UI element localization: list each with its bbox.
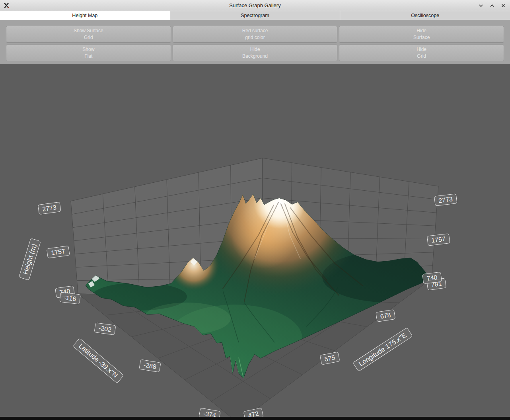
hide-surface-button[interactable]: Hide Surface — [339, 26, 504, 43]
close-button[interactable] — [499, 2, 508, 10]
window-controls — [477, 0, 508, 11]
button-label: Show Surface — [6, 27, 171, 34]
close-icon — [500, 3, 506, 8]
tab-bar: Height Map Spectrogram Oscilloscope — [0, 11, 510, 20]
show-flat-button[interactable]: Show Flat — [6, 45, 171, 61]
button-label: Grid — [6, 34, 171, 41]
hide-grid-button[interactable]: Hide Grid — [339, 45, 504, 61]
titlebar[interactable]: Surface Graph Gallery — [0, 0, 510, 11]
show-surface-grid-button[interactable]: Show Surface Grid — [6, 26, 171, 43]
button-label: Surface — [339, 34, 504, 41]
hide-background-button[interactable]: Hide Background — [173, 45, 338, 61]
surface-3d-view[interactable]: 2773 1757 740 Height (m) -116 -202 -288 … — [0, 64, 510, 420]
app-window: Surface Graph Gallery Height Map — [0, 0, 510, 420]
surface-controls-panel: Show Surface Grid Red surface grid color… — [0, 20, 510, 64]
button-label: Flat — [6, 53, 171, 60]
window-title: Surface Graph Gallery — [0, 0, 510, 11]
button-label: Show — [6, 46, 171, 53]
button-label: grid color — [173, 34, 337, 41]
button-label: Grid — [339, 53, 504, 60]
surface-grid-color-button[interactable]: Red surface grid color — [173, 26, 338, 43]
chevron-up-icon — [489, 3, 495, 8]
tab-label: Height Map — [72, 13, 97, 18]
chevron-down-icon — [478, 3, 484, 8]
tab-label: Spectrogram — [241, 13, 269, 18]
minimize-button[interactable] — [477, 2, 485, 10]
tab-height-map[interactable]: Height Map — [0, 11, 170, 20]
button-label: Background — [173, 53, 337, 60]
button-label: Hide — [173, 46, 337, 53]
tab-label: Oscilloscope — [411, 13, 439, 18]
tab-oscilloscope[interactable]: Oscilloscope — [340, 11, 510, 20]
window-bottom-edge — [0, 417, 510, 420]
maximize-button[interactable] — [488, 2, 496, 10]
button-label: Red surface — [173, 27, 337, 34]
button-label: Hide — [339, 46, 504, 53]
tab-spectrogram[interactable]: Spectrogram — [170, 11, 341, 20]
button-label: Hide — [339, 27, 504, 34]
